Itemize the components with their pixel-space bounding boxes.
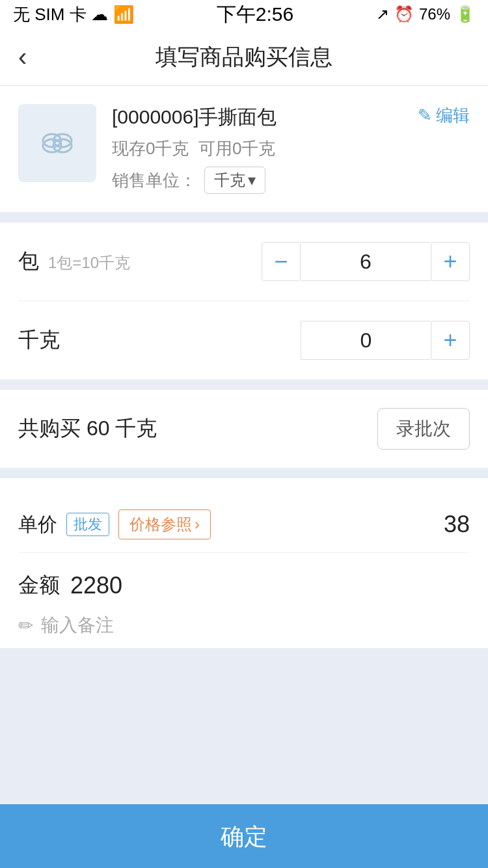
product-stock: 现存0千克 可用0千克 [112,137,470,160]
kg-label: 千克 [18,326,60,355]
remark-row[interactable]: ✏ 输入备注 [18,613,470,638]
price-value: 38 [444,511,470,538]
sim-status: 无 SIM 卡 ☁ [13,3,108,26]
location-icon: ↗ [376,5,389,23]
total-row: 共购买 60 千克 录批次 [0,390,488,468]
kg-quantity-input[interactable] [301,321,431,360]
bag-decrease-button[interactable]: − [262,242,301,281]
kg-increase-button[interactable]: + [431,321,470,360]
product-info: [0000006]手撕面包 现存0千克 可用0千克 销售单位： 千克 ▾ [112,104,470,194]
product-thumbnail [18,104,96,182]
status-right: ↗ ⏰ 76% 🔋 [376,5,475,23]
wifi-icon: 📶 [113,5,134,25]
divider-3 [0,468,488,478]
price-ref-button[interactable]: 价格参照 › [118,509,211,539]
product-unit-row: 销售单位： 千克 ▾ [112,167,470,194]
total-label: 共购买 60 千克 [18,414,157,443]
bag-input-row: 包 1包=10千克 − + [18,223,470,301]
remark-icon: ✏ [18,615,33,636]
empty-area [0,648,488,804]
status-left: 无 SIM 卡 ☁ 📶 [13,3,134,26]
edit-icon: ✎ [418,105,432,126]
price-type-tag: 批发 [66,513,109,536]
amount-label: 金额 [18,571,60,600]
unit-select[interactable]: 千克 ▾ [204,167,265,194]
product-card: [0000006]手撕面包 现存0千克 可用0千克 销售单位： 千克 ▾ ✎ 编… [0,86,488,212]
back-button[interactable]: ‹ [18,42,27,72]
edit-button[interactable]: ✎ 编辑 [418,104,470,127]
batch-button[interactable]: 录批次 [377,408,470,450]
alarm-icon: ⏰ [394,5,414,23]
input-section: 包 1包=10千克 − + 千克 + [0,223,488,379]
price-section: 单价 批发 价格参照 › 38 [0,478,488,553]
divider-2 [0,379,488,390]
kg-input-row: 千克 + [18,301,470,379]
status-bar: 无 SIM 卡 ☁ 📶 下午2:56 ↗ ⏰ 76% 🔋 [0,0,488,29]
bag-hint: 1包=10千克 [48,252,130,273]
amount-row: 金额 2280 [18,571,470,600]
bag-quantity-control: − + [262,242,470,281]
bag-label: 包 1包=10千克 [18,247,130,276]
remark-placeholder: 输入备注 [41,613,114,638]
divider-1 [0,212,488,223]
amount-section: 金额 2280 ✏ 输入备注 [0,553,488,648]
battery-level: 76% [419,5,450,23]
kg-quantity-control: + [301,321,470,360]
dropdown-icon: ▾ [248,171,256,189]
price-label: 单价 批发 价格参照 › [18,509,211,539]
bag-quantity-input[interactable] [301,242,431,281]
confirm-button[interactable]: 确定 [0,804,488,868]
price-row: 单价 批发 价格参照 › 38 [18,496,470,553]
amount-value: 2280 [70,572,122,599]
product-name: [0000006]手撕面包 [112,104,470,131]
time-display: 下午2:56 [217,1,293,28]
price-ref-arrow: › [195,515,200,534]
nav-bar: ‹ 填写商品购买信息 [0,29,488,86]
battery-icon: 🔋 [455,5,475,23]
page-title: 填写商品购买信息 [156,42,332,72]
bag-increase-button[interactable]: + [431,242,470,281]
